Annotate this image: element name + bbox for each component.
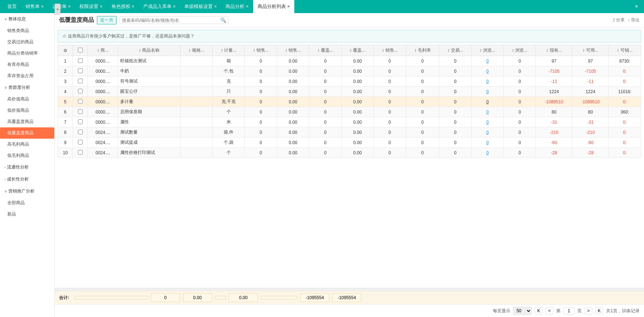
sidebar-item-high-value[interactable]: 高价值商品 bbox=[0, 94, 54, 105]
col-code[interactable]: ↕ 商... bbox=[88, 45, 118, 56]
row-checkbox[interactable] bbox=[73, 66, 88, 76]
row-select-checkbox[interactable] bbox=[78, 68, 83, 73]
row-checkbox[interactable] bbox=[73, 148, 88, 158]
export-button[interactable]: ↑ 导出 bbox=[628, 17, 640, 23]
sidebar-item-stocked-goods[interactable]: 有库存商品 bbox=[0, 59, 54, 70]
collapse-icon: « bbox=[56, 7, 59, 12]
row-checkbox[interactable] bbox=[73, 97, 88, 107]
sidebar-item-category-rate[interactable]: 商品分类动销率 bbox=[0, 48, 54, 59]
nav-permissions[interactable]: 权限设置 × bbox=[75, 0, 107, 13]
row-browse1[interactable]: 0 bbox=[471, 138, 503, 148]
next-page-button[interactable]: > bbox=[585, 307, 592, 314]
sidebar-item-high-coverage[interactable]: 高覆盖度商品 bbox=[0, 116, 54, 127]
prev-page-button[interactable]: < bbox=[546, 307, 553, 314]
col-gross-margin[interactable]: ↕ 毛利率 bbox=[406, 45, 439, 56]
nav-templates[interactable]: 单据模板设置 × bbox=[180, 0, 221, 13]
sidebar-section-cluster[interactable]: ∨ 类群度分析 bbox=[0, 82, 54, 94]
sidebar-section-overall[interactable]: ∨ 整体信息 bbox=[0, 13, 54, 25]
row-checkbox[interactable] bbox=[73, 127, 88, 138]
col-checkbox[interactable] bbox=[73, 45, 88, 56]
sidebar-item-sales-goods[interactable]: 销售类商品 bbox=[0, 25, 54, 36]
row-sales-amt: 0.00 bbox=[277, 87, 309, 97]
col-coverage2[interactable]: ↕ 覆盖... bbox=[341, 45, 373, 56]
row-select-checkbox[interactable] bbox=[78, 119, 83, 124]
row-name: 多计量 bbox=[118, 97, 180, 107]
row-browse1[interactable]: 0 bbox=[471, 148, 503, 158]
row-checkbox[interactable] bbox=[73, 56, 88, 66]
col-settings[interactable]: ⚙ bbox=[58, 45, 73, 56]
row-browse1[interactable]: 0 bbox=[471, 76, 503, 87]
row-browse1[interactable]: 0 bbox=[471, 97, 503, 107]
current-page-input[interactable] bbox=[564, 307, 574, 314]
nav-products[interactable]: 产成品入库单 × bbox=[139, 0, 180, 13]
nav-purchase[interactable]: 进货单 × bbox=[48, 0, 75, 13]
row-browse1[interactable]: 0 bbox=[471, 117, 503, 127]
sidebar-item-stock-capital[interactable]: 库存资金占用 bbox=[0, 70, 54, 82]
search-icon[interactable]: 🔍 bbox=[220, 17, 226, 23]
share-button[interactable]: ⤴ 分享 bbox=[613, 17, 625, 23]
col-available-stock[interactable]: ↕ 可用... bbox=[572, 45, 609, 56]
row-select-checkbox[interactable] bbox=[78, 130, 83, 134]
col-current-stock[interactable]: ↕ 现有... bbox=[536, 45, 572, 56]
last-page-button[interactable]: K bbox=[595, 307, 603, 314]
window-close-button[interactable]: × bbox=[632, 3, 641, 10]
col-spec[interactable]: ↕ 规格... bbox=[180, 45, 212, 56]
sidebar-item-low-margin[interactable]: 低毛利商品 bbox=[0, 150, 54, 161]
nav-analysis-list[interactable]: 商品分析列表 × bbox=[253, 0, 294, 13]
select-all-checkbox[interactable] bbox=[78, 48, 83, 52]
nav-home[interactable]: 首页 bbox=[3, 0, 21, 13]
sidebar-item-new-goods[interactable]: 新品 bbox=[0, 209, 54, 220]
sidebar-item-high-margin[interactable]: 高毛利商品 bbox=[0, 139, 54, 150]
col-coverage1[interactable]: ↕ 覆盖... bbox=[309, 45, 341, 56]
sidebar-section-marketing[interactable]: ∨ 营销推广分析 bbox=[0, 185, 54, 197]
main-layout: ∨ 整体信息 销售类商品 交易过的商品 商品分类动销率 有库存商品 库存资金占用… bbox=[0, 13, 644, 317]
col-saleable[interactable]: ↕ 可销... bbox=[609, 45, 641, 56]
row-checkbox[interactable] bbox=[73, 76, 88, 87]
sidebar-item-traded-goods[interactable]: 交易过的商品 bbox=[0, 36, 54, 48]
row-checkbox[interactable] bbox=[73, 87, 88, 97]
row-select-checkbox[interactable] bbox=[78, 79, 83, 83]
filter-period-button[interactable]: 近一月 bbox=[97, 16, 117, 24]
row-code: 0000.... bbox=[88, 117, 118, 127]
first-page-button[interactable]: K bbox=[535, 307, 543, 314]
footer-label: 合计: bbox=[59, 295, 69, 301]
col-sales-other[interactable]: ↕ 销售... bbox=[374, 45, 406, 56]
col-sales-qty[interactable]: ↕ 销售... bbox=[245, 45, 277, 56]
row-browse1[interactable]: 0 bbox=[471, 56, 503, 66]
col-unit[interactable]: ↕ 计量... bbox=[212, 45, 244, 56]
row-browse1[interactable]: 0 bbox=[471, 127, 503, 138]
sidebar-section-growth[interactable]: › 成长性分析 bbox=[0, 173, 54, 185]
row-select-checkbox[interactable] bbox=[78, 140, 83, 144]
nav-roles[interactable]: 角色授权 × bbox=[107, 0, 139, 13]
row-checkbox[interactable] bbox=[73, 138, 88, 148]
row-select-checkbox[interactable] bbox=[78, 89, 83, 94]
col-sales-amt[interactable]: ↕ 销售... bbox=[277, 45, 309, 56]
table-row: 3 0000.... 符号测试 克 0 0.00 0 0.00 0 0 0 0 … bbox=[58, 76, 641, 87]
row-browse1[interactable]: 0 bbox=[471, 107, 503, 117]
col-browse2[interactable]: ↕ 浏览... bbox=[504, 45, 536, 56]
col-transaction[interactable]: ↕ 交易... bbox=[439, 45, 471, 56]
row-checkbox[interactable] bbox=[73, 107, 88, 117]
row-available-stock: 1224 bbox=[572, 87, 609, 97]
sidebar-collapse-button[interactable]: « bbox=[55, 4, 60, 15]
row-coverage1: 0 bbox=[309, 138, 341, 148]
sidebar-section-circulation[interactable]: › 流通性分析 bbox=[0, 161, 54, 173]
nav-sales[interactable]: 销售单 × bbox=[21, 0, 48, 13]
col-browse1[interactable]: ↕ 浏览... bbox=[471, 45, 503, 56]
row-select-checkbox[interactable] bbox=[78, 150, 83, 155]
row-browse1[interactable]: 0 bbox=[471, 66, 503, 76]
col-name[interactable]: ↕ 商品名称 bbox=[118, 45, 180, 56]
row-checkbox[interactable] bbox=[73, 117, 88, 127]
search-input[interactable] bbox=[122, 18, 220, 23]
horizontal-scrollbar[interactable] bbox=[55, 288, 644, 291]
row-select-checkbox[interactable] bbox=[78, 58, 83, 63]
sidebar-section-cluster-label: 类群度分析 bbox=[8, 84, 30, 91]
row-browse1[interactable]: 0 bbox=[471, 87, 503, 97]
sidebar-item-all-goods[interactable]: 全部商品 bbox=[0, 197, 54, 209]
sidebar-item-low-coverage[interactable]: 低覆盖度商品 bbox=[0, 127, 54, 139]
page-size-select[interactable]: 50 100 bbox=[513, 307, 532, 315]
row-select-checkbox[interactable] bbox=[78, 99, 83, 104]
nav-analysis[interactable]: 商品分析 × bbox=[221, 0, 253, 13]
row-select-checkbox[interactable] bbox=[78, 109, 83, 114]
sidebar-item-low-value[interactable]: 低价值商品 bbox=[0, 105, 54, 116]
